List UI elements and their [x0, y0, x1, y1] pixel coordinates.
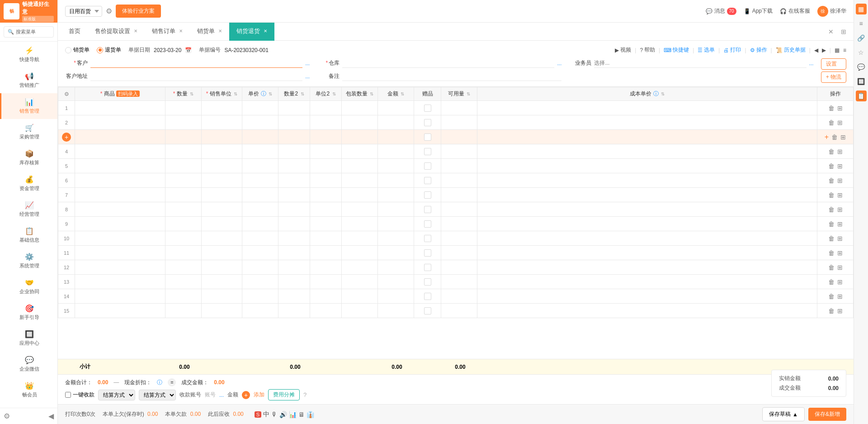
qty-cell-12[interactable] [165, 260, 202, 275]
radio-delivery[interactable]: 销货单 [65, 46, 90, 54]
copy-row-6[interactable]: ⊞ [837, 177, 843, 184]
cost-price-info-icon[interactable]: ⓘ [653, 91, 659, 97]
product-cell-7[interactable] [75, 188, 165, 202]
qty2-cell-13[interactable] [278, 275, 310, 289]
gift-checkbox-1[interactable] [424, 105, 431, 112]
tab-sales-delivery[interactable]: 销货单 ✕ [190, 23, 229, 41]
calc-method-select[interactable]: 结算方式 [139, 390, 176, 400]
taskbar-icon-3[interactable]: 🔊 [279, 411, 287, 418]
amount-cell-5[interactable] [378, 159, 414, 173]
pack-qty-cell-14[interactable] [342, 289, 378, 304]
amount-cell-1[interactable] [378, 101, 414, 115]
qty2-cell-14[interactable] [278, 289, 310, 304]
sales-unit-cell-10[interactable] [202, 231, 242, 246]
available-cell-5[interactable] [441, 159, 477, 173]
unit2-cell-9[interactable] [310, 217, 342, 231]
qty-cell-1[interactable] [165, 101, 202, 115]
qty-cell-5[interactable] [165, 159, 202, 173]
qty-cell-11[interactable] [165, 246, 202, 260]
unit2-cell-13[interactable] [310, 275, 342, 289]
unit-price-info-icon[interactable]: ⓘ [261, 91, 266, 97]
discount-info-icon[interactable]: ⓘ [157, 379, 162, 386]
copy-row-1[interactable]: ⊞ [837, 105, 843, 112]
action-list-view[interactable]: ≡ [843, 47, 846, 53]
available-cell-10[interactable] [441, 231, 477, 246]
qty2-cell-6[interactable] [278, 173, 310, 188]
sales-unit-cell-1[interactable] [202, 101, 242, 115]
qty2-sort-icon[interactable]: ⇅ [301, 91, 304, 96]
delete-row-15[interactable]: 🗑 [828, 307, 835, 314]
address-input[interactable] [90, 71, 302, 81]
amount-cell-4[interactable] [378, 144, 414, 159]
amount-cell-3[interactable] [378, 130, 414, 144]
gift-cell-12[interactable] [414, 260, 441, 275]
qty2-cell-10[interactable] [278, 231, 310, 246]
sidebar-item-basic-info[interactable]: 📋 基础信息 [0, 222, 57, 248]
right-panel-btn-1[interactable]: ▦ [856, 4, 867, 14]
pack-qty-cell-2[interactable] [342, 115, 378, 130]
gift-checkbox-3[interactable] [424, 133, 431, 141]
product-cell-8[interactable] [75, 202, 165, 217]
delete-row-12[interactable]: 🗑 [828, 264, 835, 271]
cost-price-cell-3[interactable] [477, 130, 817, 144]
one-click-pay-checkbox[interactable]: 一键收款 [65, 391, 94, 399]
gift-cell-4[interactable] [414, 144, 441, 159]
product-cell-1[interactable] [75, 101, 165, 115]
cost-price-cell-4[interactable] [477, 144, 817, 159]
cost-price-cell-14[interactable] [477, 289, 817, 304]
action-select[interactable]: ☰ 选单 [698, 46, 715, 54]
unit-price-cell-4[interactable] [242, 144, 278, 159]
gift-cell-14[interactable] [414, 289, 441, 304]
sidebar-item-finance[interactable]: 💰 资金管理 [0, 171, 57, 196]
sidebar-item-operations[interactable]: 📈 经营管理 [0, 196, 57, 222]
sales-unit-cell-3[interactable] [202, 130, 242, 144]
pack-qty-cell-3[interactable] [342, 130, 378, 144]
action-operate[interactable]: ⚙ 操作 [750, 46, 767, 54]
qty2-cell-4[interactable] [278, 144, 310, 159]
product-cell-15[interactable] [75, 304, 165, 318]
cost-price-cell-13[interactable] [477, 275, 817, 289]
sales-unit-cell-15[interactable] [202, 304, 242, 318]
pack-qty-cell-5[interactable] [342, 159, 378, 173]
unit-price-cell-8[interactable] [242, 202, 278, 217]
cost-price-cell-1[interactable] [477, 101, 817, 115]
cost-price-cell-6[interactable] [477, 173, 817, 188]
qty2-cell-8[interactable] [278, 202, 310, 217]
cost-price-cell-11[interactable] [477, 246, 817, 260]
warehouse-dots[interactable]: ... [557, 60, 561, 67]
sales-unit-cell-2[interactable] [202, 115, 242, 130]
qty-cell-9[interactable] [165, 217, 202, 231]
tab-sales-order[interactable]: 销售订单 ✕ [145, 23, 190, 41]
delete-row-5[interactable]: 🗑 [828, 162, 835, 170]
sidebar-item-inventory[interactable]: 📦 库存核算 [0, 145, 57, 171]
cost-price-cell-10[interactable] [477, 231, 817, 246]
cost-price-sort-icon[interactable]: ⇅ [661, 91, 665, 96]
delete-row-14[interactable]: 🗑 [828, 293, 835, 300]
draft-dropdown-icon[interactable]: ▲ [793, 411, 798, 418]
right-panel-btn-3[interactable]: 🔗 [856, 33, 867, 43]
qty2-cell-2[interactable] [278, 115, 310, 130]
salesperson-input[interactable] [594, 58, 806, 68]
sidebar-item-purchase-mgmt[interactable]: 🛒 采购管理 [0, 119, 57, 145]
s-icon[interactable]: S [255, 411, 261, 418]
available-cell-4[interactable] [441, 144, 477, 159]
available-cell-7[interactable] [441, 188, 477, 202]
unit2-cell-14[interactable] [310, 289, 342, 304]
fee-help-icon[interactable]: ? [303, 391, 307, 398]
action-grid-view[interactable]: ▦ [835, 47, 840, 53]
unit2-cell-6[interactable] [310, 173, 342, 188]
delete-row-6[interactable]: 🗑 [828, 177, 835, 184]
sidebar-item-system-mgmt[interactable]: ⚙️ 系统管理 [0, 248, 57, 274]
qty2-cell-7[interactable] [278, 188, 310, 202]
copy-row-2[interactable]: ⊞ [837, 119, 843, 126]
calendar-icon[interactable]: 📅 [185, 47, 192, 53]
available-sort-icon[interactable]: ⇅ [467, 91, 470, 96]
experience-button[interactable]: 体验行业方案 [116, 5, 161, 18]
one-click-pay-input[interactable] [65, 392, 71, 398]
product-cell-12[interactable] [75, 260, 165, 275]
available-cell-11[interactable] [441, 246, 477, 260]
unit-price-cell-9[interactable] [242, 217, 278, 231]
sales-unit-cell-9[interactable] [202, 217, 242, 231]
product-cell-2[interactable] [75, 115, 165, 130]
gift-cell-10[interactable] [414, 231, 441, 246]
